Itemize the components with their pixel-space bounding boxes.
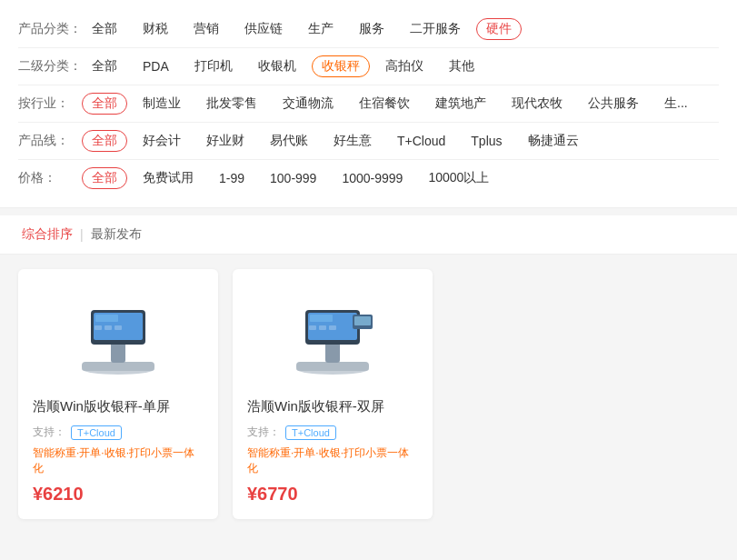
product-title: 浩顺Win版收银秤-双屏 bbox=[247, 398, 418, 415]
filter-label-sub-category: 二级分类： bbox=[18, 58, 82, 75]
support-label: 支持： bbox=[33, 425, 65, 440]
product-card[interactable]: 浩顺Win版收银秤-双屏 支持： T+Cloud 智能称重·开单·收银·打印小票… bbox=[233, 269, 433, 519]
filter-item[interactable]: 财税 bbox=[133, 18, 178, 40]
filter-label-industry: 按行业： bbox=[18, 95, 82, 112]
filter-items-product-category: 全部财税营销供应链生产服务二开服务硬件 bbox=[82, 18, 522, 40]
filter-items-sub-category: 全部PDA打印机收银机收银秤高拍仪其他 bbox=[82, 55, 484, 77]
sort-inactive[interactable]: 最新发布 bbox=[87, 225, 145, 245]
product-image bbox=[64, 296, 173, 378]
filter-item[interactable]: 畅捷通云 bbox=[518, 130, 589, 152]
svg-rect-15 bbox=[309, 325, 316, 330]
filter-items-product-line: 全部好会计好业财易代账好生意T+CloudTplus畅捷通云 bbox=[82, 130, 589, 152]
svg-rect-17 bbox=[329, 325, 336, 330]
svg-rect-7 bbox=[105, 325, 112, 330]
svg-rect-10 bbox=[296, 362, 369, 371]
filter-item[interactable]: Tplus bbox=[461, 131, 512, 151]
svg-rect-16 bbox=[319, 325, 326, 330]
filter-item[interactable]: PDA bbox=[133, 56, 179, 76]
filter-row-price: 价格： 全部免费试用1-99100-9991000-999910000以上 bbox=[18, 160, 719, 196]
filter-item[interactable]: 交通物流 bbox=[273, 93, 344, 115]
filter-item[interactable]: 硬件 bbox=[476, 18, 522, 40]
filter-item[interactable]: 好生意 bbox=[324, 130, 382, 152]
filter-row-industry: 按行业： 全部制造业批发零售交通物流住宿餐饮建筑地产现代农牧公共服务生... bbox=[18, 85, 719, 123]
sort-bar: 综合排序 | 最新发布 bbox=[0, 215, 737, 255]
svg-rect-6 bbox=[95, 325, 102, 330]
filter-section: 产品分类： 全部财税营销供应链生产服务二开服务硬件 二级分类： 全部PDA打印机… bbox=[0, 0, 737, 208]
product-image-area bbox=[247, 287, 418, 387]
product-grid: 浩顺Win版收银秤-单屏 支持： T+Cloud 智能称重·开单·收银·打印小票… bbox=[0, 255, 737, 534]
filter-item[interactable]: 二开服务 bbox=[400, 18, 471, 40]
product-image bbox=[278, 296, 387, 378]
filter-item[interactable]: 100-999 bbox=[260, 168, 326, 188]
filter-label-product-line: 产品线： bbox=[18, 133, 82, 149]
filter-item[interactable]: 免费试用 bbox=[133, 167, 204, 189]
svg-rect-1 bbox=[82, 362, 154, 371]
filter-item[interactable]: 1-99 bbox=[209, 168, 254, 188]
filter-item[interactable]: 打印机 bbox=[184, 55, 243, 77]
filter-item[interactable]: 全部 bbox=[82, 167, 127, 189]
filter-item[interactable]: 1000-9999 bbox=[332, 168, 413, 188]
support-label: 支持： bbox=[247, 425, 280, 440]
filter-item[interactable]: 高拍仪 bbox=[375, 55, 433, 77]
filter-items-price: 全部免费试用1-99100-9991000-999910000以上 bbox=[82, 167, 499, 189]
filter-item[interactable]: 全部 bbox=[82, 55, 127, 77]
filter-item[interactable]: 现代农牧 bbox=[502, 93, 573, 115]
filter-row-sub-category: 二级分类： 全部PDA打印机收银机收银秤高拍仪其他 bbox=[18, 48, 719, 85]
support-badge: T+Cloud bbox=[71, 425, 122, 440]
filter-item[interactable]: 其他 bbox=[439, 55, 484, 77]
filter-item[interactable]: 收银秤 bbox=[312, 55, 370, 77]
svg-rect-19 bbox=[354, 316, 371, 325]
product-desc: 智能称重·开单·收银·打印小票一体化 bbox=[247, 445, 418, 476]
filter-item[interactable]: 生产 bbox=[298, 18, 344, 40]
svg-rect-5 bbox=[95, 315, 118, 322]
filter-item[interactable]: 服务 bbox=[349, 18, 394, 40]
filter-item[interactable]: 10000以上 bbox=[418, 167, 499, 189]
svg-rect-8 bbox=[115, 325, 122, 330]
filter-label-price: 价格： bbox=[18, 170, 82, 186]
support-badge: T+Cloud bbox=[285, 425, 336, 440]
product-card[interactable]: 浩顺Win版收银秤-单屏 支持： T+Cloud 智能称重·开单·收银·打印小票… bbox=[18, 269, 218, 519]
product-title: 浩顺Win版收银秤-单屏 bbox=[33, 398, 204, 415]
filter-item[interactable]: 全部 bbox=[82, 93, 127, 115]
filter-item[interactable]: 易代账 bbox=[260, 130, 318, 152]
filter-item[interactable]: 住宿餐饮 bbox=[349, 93, 420, 115]
filter-item[interactable]: 好业财 bbox=[196, 130, 254, 152]
filter-row-product-line: 产品线： 全部好会计好业财易代账好生意T+CloudTplus畅捷通云 bbox=[18, 123, 719, 160]
filter-item[interactable]: 批发零售 bbox=[196, 93, 267, 115]
filter-item[interactable]: 建筑地产 bbox=[425, 93, 496, 115]
filter-item[interactable]: 生... bbox=[654, 93, 698, 115]
product-desc: 智能称重·开单·收银·打印小票一体化 bbox=[33, 445, 204, 476]
product-price: ¥6770 bbox=[247, 484, 418, 505]
filter-items-industry: 全部制造业批发零售交通物流住宿餐饮建筑地产现代农牧公共服务生... bbox=[82, 93, 698, 115]
filter-item[interactable]: 营销 bbox=[184, 18, 229, 40]
svg-rect-14 bbox=[310, 315, 333, 322]
support-row: 支持： T+Cloud bbox=[33, 425, 204, 440]
sort-divider: | bbox=[80, 227, 84, 242]
product-price: ¥6210 bbox=[33, 484, 204, 505]
product-image-area bbox=[33, 287, 204, 387]
filter-item[interactable]: 公共服务 bbox=[578, 93, 649, 115]
sort-active[interactable]: 综合排序 bbox=[18, 225, 76, 245]
filter-item[interactable]: 制造业 bbox=[133, 93, 191, 115]
support-row: 支持： T+Cloud bbox=[247, 425, 418, 440]
filter-item[interactable]: 全部 bbox=[82, 18, 127, 40]
filter-item[interactable]: T+Cloud bbox=[387, 131, 455, 151]
filter-label-product-category: 产品分类： bbox=[18, 21, 82, 37]
filter-item[interactable]: 全部 bbox=[82, 130, 127, 152]
filter-item[interactable]: 好会计 bbox=[133, 130, 191, 152]
filter-item[interactable]: 供应链 bbox=[234, 18, 293, 40]
filter-row-product-category: 产品分类： 全部财税营销供应链生产服务二开服务硬件 bbox=[18, 11, 719, 48]
filter-item[interactable]: 收银机 bbox=[248, 55, 306, 77]
